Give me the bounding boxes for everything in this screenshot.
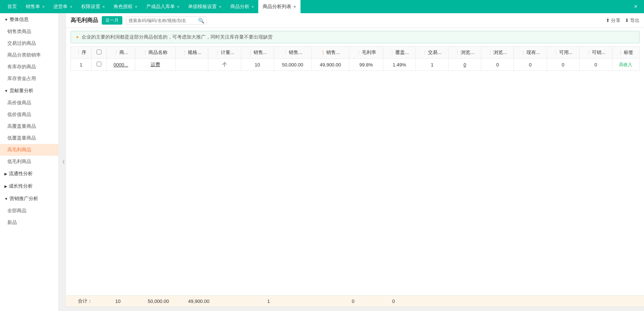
col-checkbox[interactable] [91,47,107,59]
sidebar: ▼ 整体信息 销售类商品 交易过的商品 商品分类助销率 有库存的商品 库存资金占… [0,13,59,311]
sidebar-item-in-stock[interactable]: 有库存的商品 [0,61,58,73]
close-icon[interactable]: × [135,4,137,9]
sidebar-section-overall[interactable]: ▼ 整体信息 [0,13,58,26]
nav-permission[interactable]: 权限设置 × [77,0,109,13]
col-salable[interactable]: ⋮可销... [579,47,612,59]
table-footer: 合计： 10 50,000.00 49,900.00 1 0 0 [66,295,644,307]
col-browse2[interactable]: ⋮浏览... [481,47,514,59]
sidebar-item-high-value[interactable]: 高价值商品 [0,97,58,109]
export-btn[interactable]: ⬇ 导出 [625,17,640,24]
sidebar-item-category-rate[interactable]: 商品分类助销率 [0,49,58,61]
sidebar-item-sales-goods[interactable]: 销售类商品 [0,26,58,37]
sidebar-item-low-coverage[interactable]: 低覆盖量商品 [0,132,58,144]
sidebar-section-flow[interactable]: ▶ 流通性分析 [0,167,58,180]
horizontal-scrollbar[interactable] [66,307,644,311]
sidebar-item-low-value[interactable]: 低价值商品 [0,109,58,120]
sidebar-section-growth[interactable]: ▶ 成长性分析 [0,180,58,192]
filter-month-btn[interactable]: 近一月 [102,16,122,25]
content-header: 高毛利商品 近一月 🔍 ⬆ 分享 ⬇ 导出 [66,13,644,28]
col-sale-qty[interactable]: ⋮销售... [241,47,274,59]
chevron-down-icon: ▼ [4,197,8,201]
window-close-btn[interactable]: × [630,3,641,10]
col-margin[interactable]: ⋮毛利率 [349,47,383,59]
col-name[interactable]: ⋮商品名称 [135,47,176,59]
footer-label: 合计： [71,298,92,304]
export-icon: ⬇ [625,18,629,23]
sidebar-item-high-coverage[interactable]: 高覆盖量商品 [0,120,58,132]
chevron-down-icon: ▼ [4,89,8,93]
col-spec[interactable]: ⋮规格... [176,47,208,59]
row-checkbox[interactable] [97,62,101,66]
cell-sale-qty: 10 [241,59,274,71]
sidebar-item-stock-capital[interactable]: 库存资金占用 [0,73,58,84]
info-icon: ✦ [75,35,79,40]
col-unit[interactable]: ⋮计量... [208,47,241,59]
data-table-wrapper[interactable]: ⋮序 ⋮商... ⋮商品名称 ⋮规格... ⋮计量... ⋮销售... ⋮销售.… [71,46,640,295]
sidebar-section-contribution[interactable]: ▼ 贡献量分析 [0,84,58,97]
nav-analysis-list[interactable]: 商品分析列表 × [258,0,300,13]
close-icon[interactable]: × [177,4,179,9]
col-code[interactable]: ⋮商... [107,47,135,59]
footer-sale-qty: 10 [103,299,133,304]
sidebar-item-new-goods[interactable]: 新品 [0,217,58,228]
cell-code[interactable]: 0000... [107,59,135,71]
cell-trade: 1 [416,59,449,71]
col-sale-amt2[interactable]: ⋮销售... [312,47,349,59]
select-all-checkbox[interactable] [97,50,101,54]
table-row: 1 0000... 运费 个 10 50,000.00 49,900.00 99… [71,59,640,71]
col-current[interactable]: ⋮现有... [514,47,547,59]
close-icon[interactable]: × [70,4,72,9]
footer-sale-amt: 50,000.00 [144,299,173,304]
header-actions: ⬆ 分享 ⬇ 导出 [606,17,640,24]
page-title: 高毛利商品 [71,17,98,24]
nav-home[interactable]: 首页 [3,0,21,13]
chevron-right-icon: ▶ [4,172,7,176]
close-icon[interactable]: × [294,4,296,9]
cell-sale-amt: 50,000.00 [274,59,312,71]
cell-browse2: 0 [481,59,514,71]
col-coverage[interactable]: ⋮覆盖... [383,47,416,59]
sidebar-collapse-btn[interactable]: 《 [59,13,66,311]
content-area: 高毛利商品 近一月 🔍 ⬆ 分享 ⬇ 导出 ✦ 企业的主要的利润都是这部分商品创… [66,13,644,311]
col-trade[interactable]: ⋮交易... [416,47,449,59]
chevron-down-icon: ▼ [4,18,8,22]
cell-available: 0 [547,59,579,71]
sidebar-item-traded[interactable]: 交易过的商品 [0,37,58,49]
col-browse1[interactable]: ⋮浏览... [449,47,481,59]
share-icon: ⬆ [606,18,610,23]
cell-current: 0 [514,59,547,71]
cell-browse1[interactable]: 0 [449,59,481,71]
close-icon[interactable]: × [252,4,254,9]
cell-checkbox[interactable] [91,59,107,71]
footer-current: 0 [338,299,368,304]
main-layout: ▼ 整体信息 销售类商品 交易过的商品 商品分类助销率 有库存的商品 库存资金占… [0,13,644,311]
sidebar-item-low-margin[interactable]: 低毛利商品 [0,156,58,167]
share-btn[interactable]: ⬆ 分享 [606,17,620,24]
cell-sale-amt2: 49,900.00 [312,59,349,71]
col-sale-amt[interactable]: ⋮销售... [274,47,312,59]
sidebar-item-all-goods[interactable]: 全部商品 [0,205,58,217]
nav-template[interactable]: 单据模板设置 × [184,0,226,13]
col-available[interactable]: ⋮可用... [547,47,579,59]
nav-purchase[interactable]: 进货单 × [49,0,76,13]
cell-salable: 0 [579,59,612,71]
table-header-row: ⋮序 ⋮商... ⋮商品名称 ⋮规格... ⋮计量... ⋮销售... ⋮销售.… [71,47,640,59]
search-input[interactable] [129,18,198,23]
close-icon[interactable]: × [219,4,221,9]
cell-name[interactable]: 运费 [135,59,176,71]
top-nav: 首页 销售单 × 进货单 × 权限设置 × 角色授权 × 产成品入库单 × 单据… [0,0,644,13]
close-icon[interactable]: × [102,4,105,9]
col-tag[interactable]: ⋮标签 [612,47,639,59]
sidebar-item-high-margin[interactable]: 高毛利商品 [0,144,58,156]
nav-sales[interactable]: 销售单 × [21,0,49,13]
cell-tag: 高收入 [612,59,639,71]
footer-sale-amt2: 49,900.00 [184,299,213,304]
search-icon[interactable]: 🔍 [198,18,204,23]
sidebar-section-marketing[interactable]: ▼ 营销推广分析 [0,192,58,205]
nav-analysis[interactable]: 商品分析 × [226,0,258,13]
nav-role[interactable]: 角色授权 × [109,0,141,13]
col-seq: ⋮序 [71,47,91,59]
close-icon[interactable]: × [42,4,44,9]
cell-margin: 99.8% [349,59,383,71]
nav-production[interactable]: 产成品入库单 × [142,0,184,13]
